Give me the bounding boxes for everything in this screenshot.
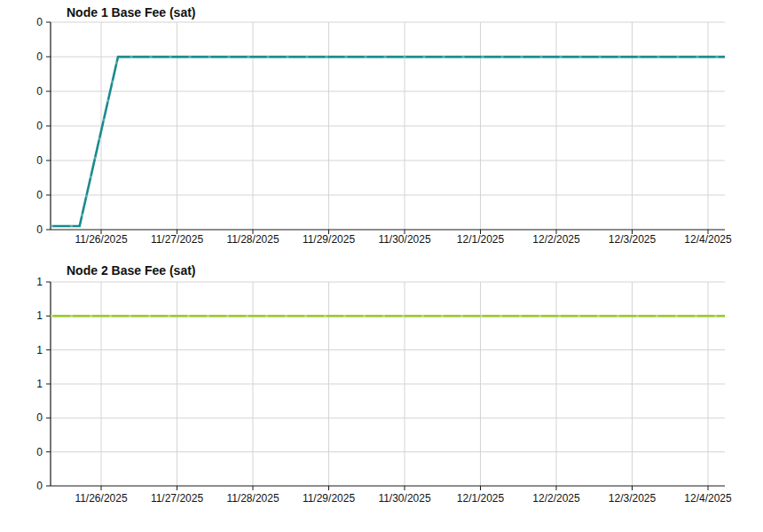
chart-2-y-tick-label: 1 [36, 309, 43, 322]
chart-2-x-tick-label: 11/29/2025 [303, 492, 355, 505]
chart-2-y-tick-label: 1 [36, 378, 43, 390]
chart-2-x-tick-label: 11/27/2025 [151, 492, 203, 505]
chart-2-x-tick-label: 12/4/2025 [684, 492, 732, 505]
chart-2-y-tick-label: 0 [36, 480, 43, 492]
chart-1-x-tick-label: 11/27/2025 [151, 233, 203, 246]
chart-2-x-tick-label: 12/2/2025 [532, 492, 580, 505]
chart-1-series-marker-texture [51, 57, 725, 226]
chart-2-y-tick-label: 0 [36, 411, 43, 424]
chart-1-x-tick-label: 11/28/2025 [226, 233, 279, 246]
chart-2-x-tick-label: 11/30/2025 [378, 492, 430, 505]
plots-canvas: 11/26/202511/27/202511/28/202511/29/2025… [0, 0, 763, 532]
chart-1-x-tick-label: 12/2/2025 [532, 233, 580, 246]
chart-2-y-tick-label: 1 [36, 344, 43, 356]
chart-1-x-tick-label: 12/4/2025 [684, 233, 732, 246]
chart-2-x-tick-label: 11/28/2025 [226, 492, 279, 505]
chart-1-x-tick-label: 12/3/2025 [609, 233, 657, 246]
charts-panel: Node 1 Base Fee (sat) Node 2 Base Fee (s… [0, 0, 763, 532]
chart-2-y-tick-label: 0 [36, 446, 43, 458]
chart-1-x-tick-label: 12/1/2025 [457, 233, 505, 246]
chart-1-y-tick-label: 0 [36, 154, 43, 167]
chart-1-x-tick-label: 11/26/2025 [75, 233, 127, 246]
chart-1-x-tick-label: 11/30/2025 [378, 233, 430, 246]
chart-1-y-tick-label: 0 [36, 189, 43, 201]
chart-1-y-tick-label: 0 [36, 223, 43, 236]
chart-1-y-tick-label: 0 [36, 16, 43, 28]
chart-2-x-tick-label: 12/1/2025 [457, 492, 505, 505]
chart-1-x-tick-label: 11/29/2025 [303, 233, 355, 246]
chart-1-series-line [51, 57, 725, 226]
chart-1-y-tick-label: 0 [36, 85, 43, 98]
chart-2-y-tick-label: 1 [36, 276, 43, 288]
chart-2-x-tick-label: 11/26/2025 [75, 492, 127, 505]
chart-1-y-tick-label: 0 [36, 120, 43, 132]
chart-1-y-tick-label: 0 [36, 51, 43, 63]
chart-2-x-tick-label: 12/3/2025 [609, 492, 657, 505]
